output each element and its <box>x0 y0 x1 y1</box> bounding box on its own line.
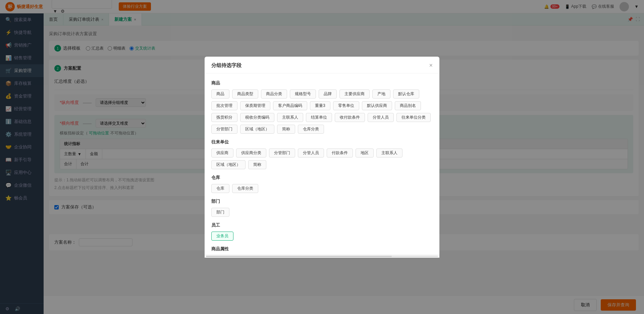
tag-expiry-mgmt[interactable]: 保质期管理 <box>240 101 270 110</box>
modal-body: 商品 商品 商品类型 商品分类 规格型号 品牌 主要供应商 产地 默认仓库 批次… <box>205 73 439 255</box>
tag-goods-type[interactable]: 商品类型 <box>232 89 258 99</box>
tag-goods[interactable]: 商品 <box>211 89 229 99</box>
modal-close-button[interactable]: × <box>429 62 433 69</box>
tag-default-supplier[interactable]: 默认供应商 <box>362 101 392 110</box>
tag-settlement-unit[interactable]: 结算单位 <box>306 113 332 122</box>
modal-overlay: 分组待选字段 × 商品 商品 商品类型 商品分类 规格型号 品牌 主要供应商 产… <box>0 0 644 314</box>
tag-manager-goods[interactable]: 分管人员 <box>368 113 394 122</box>
tag-goods-category[interactable]: 商品分类 <box>261 89 287 99</box>
tag-abbr-counterpart[interactable]: 简称 <box>248 160 266 169</box>
tag-retail-unit[interactable]: 零售单位 <box>333 101 359 110</box>
tag-dept-counterpart[interactable]: 分管部门 <box>269 148 295 158</box>
tag-main-contact[interactable]: 主联系人 <box>277 113 303 122</box>
modal-header: 分组待选字段 × <box>205 57 439 73</box>
tag-supplier[interactable]: 供应商 <box>211 148 233 158</box>
tag-default-warehouse[interactable]: 默认仓库 <box>393 89 419 99</box>
tag-region-counterpart[interactable]: 地区 <box>356 148 374 158</box>
tag-warehouse[interactable]: 仓库 <box>211 184 229 193</box>
tag-manager-counterpart[interactable]: 分管人员 <box>298 148 324 158</box>
tag-region-goods[interactable]: 区域（地区） <box>240 125 274 134</box>
tag-counterpart-category[interactable]: 往来单位分类 <box>396 113 431 122</box>
section-title-goods: 商品 <box>211 80 433 86</box>
tag-group-dept: 部门 <box>211 208 433 217</box>
section-title-warehouse: 仓库 <box>211 175 433 181</box>
modal-hscrollbar[interactable] <box>205 255 439 257</box>
tag-warehouse-cat[interactable]: 仓库分类 <box>298 125 324 134</box>
tag-group-staff: 业务员 <box>211 232 433 241</box>
section-title-dept: 部门 <box>211 198 433 204</box>
tag-goods-alias[interactable]: 商品别名 <box>395 101 421 110</box>
tag-main-contact-counterpart[interactable]: 主联系人 <box>376 148 402 158</box>
tag-group-counterpart: 供应商 供应商分类 分管部门 分管人员 付款条件 地区 主联系人 区域（地区） … <box>211 148 433 169</box>
tag-payment-terms[interactable]: 收付款条件 <box>335 113 365 122</box>
tag-salesperson[interactable]: 业务员 <box>211 232 233 241</box>
tag-group-goods: 商品 商品类型 商品分类 规格型号 品牌 主要供应商 产地 默认仓库 批次管理 … <box>211 89 433 134</box>
tag-pick-points[interactable]: 拣货积分 <box>211 113 237 122</box>
modal: 分组待选字段 × 商品 商品 商品类型 商品分类 规格型号 品牌 主要供应商 产… <box>205 57 439 258</box>
tag-main-supplier[interactable]: 主要供应商 <box>339 89 370 99</box>
tag-tax-code[interactable]: 税收分类编码 <box>240 113 274 122</box>
tag-origin[interactable]: 产地 <box>372 89 390 99</box>
section-title-goods-attr: 商品属性 <box>211 246 433 252</box>
tag-supplier-category[interactable]: 供应商分类 <box>236 148 266 158</box>
modal-title: 分组待选字段 <box>211 62 241 69</box>
tag-spec-model[interactable]: 规格型号 <box>290 89 316 99</box>
tag-customer-code[interactable]: 客户商品编码 <box>273 101 307 110</box>
tag-batch-mgmt[interactable]: 批次管理 <box>211 101 237 110</box>
tag-dept-goods[interactable]: 分管部门 <box>211 125 237 134</box>
tag-dept[interactable]: 部门 <box>211 208 229 217</box>
tag-region2-counterpart[interactable]: 区域（地区） <box>211 160 246 169</box>
tag-group-warehouse: 仓库 仓库分类 <box>211 184 433 193</box>
tag-abbr-goods[interactable]: 简称 <box>277 125 295 134</box>
section-title-staff: 员工 <box>211 222 433 228</box>
tag-warehouse-category[interactable]: 仓库分类 <box>232 184 258 193</box>
tag-weight3[interactable]: 重量3 <box>310 101 330 110</box>
tag-brand[interactable]: 品牌 <box>319 89 337 99</box>
section-title-counterpart: 往来单位 <box>211 139 433 145</box>
tag-payment-condition[interactable]: 付款条件 <box>327 148 353 158</box>
